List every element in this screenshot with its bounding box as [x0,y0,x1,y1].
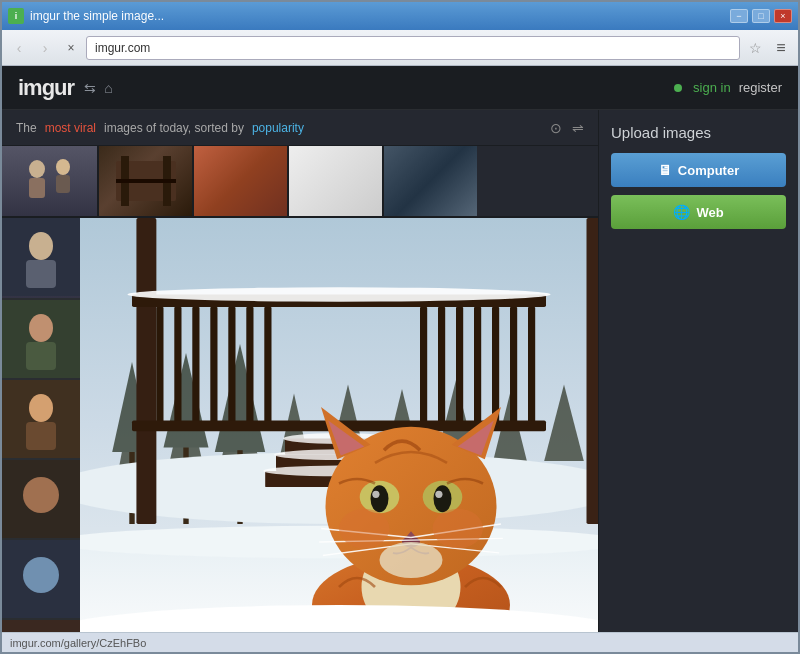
svg-rect-49 [228,307,235,424]
svg-point-0 [29,160,45,178]
main-area: The most viral images of today, sorted b… [2,110,798,632]
svg-point-89 [339,509,389,549]
gallery-panel: The most viral images of today, sorted b… [2,110,598,632]
upload-title: Upload images [611,124,786,141]
svg-point-2 [56,159,70,175]
browser-menu-button[interactable]: ≡ [770,37,792,59]
side-thumb-2[interactable] [2,298,80,378]
address-bar[interactable]: imgur.com [86,36,740,60]
upload-web-button[interactable]: 🌐 Web [611,195,786,229]
minimize-button[interactable]: − [730,9,748,23]
viral-link[interactable]: most viral [45,121,96,135]
gallery-prefix: The [16,121,37,135]
maximize-button[interactable]: □ [752,9,770,23]
status-bar: imgur.com/gallery/CzEhFBo [2,632,798,652]
upload-web-label: Web [696,205,723,220]
imgur-header: imgur ⇆ ⌂ sign in register [2,66,798,110]
svg-point-9 [29,232,53,260]
main-image-container [2,218,598,632]
forward-button[interactable]: › [34,37,56,59]
svg-point-90 [433,509,483,549]
imgur-logo: imgur [18,75,74,101]
thumb-5[interactable] [382,146,477,216]
svg-point-77 [372,491,379,498]
online-indicator [674,84,682,92]
window-controls: − □ × [730,9,792,23]
svg-rect-41 [137,218,157,524]
svg-point-79 [434,485,452,512]
gallery-bar-icons: ⊙ ⇌ [550,120,584,136]
svg-rect-58 [528,307,535,424]
page-content: imgur ⇆ ⌂ sign in register The most vira… [2,66,798,632]
svg-point-44 [128,287,551,301]
nav-bar: ‹ › × imgur.com ☆ ≡ [2,30,798,66]
register-link[interactable]: register [739,80,782,95]
svg-point-15 [29,394,53,422]
svg-rect-1 [29,178,45,198]
bookmark-star[interactable]: ☆ [744,37,766,59]
svg-rect-21 [2,620,80,632]
computer-icon: 🖥 [658,162,672,178]
svg-rect-51 [264,307,271,424]
svg-rect-57 [510,307,517,424]
window-title: imgur the simple image... [30,9,730,23]
close-button[interactable]: × [774,9,792,23]
header-right: sign in register [674,80,782,95]
svg-rect-7 [116,179,176,183]
thumb-4[interactable] [287,146,382,216]
status-url: imgur.com/gallery/CzEhFBo [10,637,146,649]
side-thumbnails [2,218,80,632]
svg-rect-46 [174,307,181,424]
svg-rect-45 [156,307,163,424]
svg-point-18 [23,477,59,513]
gallery-bar: The most viral images of today, sorted b… [2,110,598,146]
web-icon: 🌐 [673,204,690,220]
reload-stop-button[interactable]: × [60,37,82,59]
svg-rect-10 [26,260,56,288]
svg-point-12 [29,314,53,342]
signin-link[interactable]: sign in [693,80,731,95]
title-bar: i imgur the simple image... − □ × [2,2,798,30]
main-cat-image [80,218,598,632]
upload-computer-label: Computer [678,163,739,178]
thumb-2[interactable] [97,146,192,216]
imgur-header-icons: ⇆ ⌂ [84,80,112,96]
svg-rect-48 [210,307,217,424]
gallery-middle: images of today, sorted by [104,121,244,135]
back-button[interactable]: ‹ [8,37,30,59]
svg-rect-54 [456,307,463,424]
svg-point-91 [380,542,443,578]
svg-rect-50 [246,307,253,424]
upload-panel: Upload images 🖥 Computer 🌐 Web [598,110,798,632]
popularity-link[interactable]: popularity [252,121,304,135]
svg-rect-13 [26,342,56,370]
sort-icon[interactable]: ⇌ [572,120,584,136]
address-text: imgur.com [95,41,150,55]
thumb-1[interactable] [2,146,97,216]
svg-rect-52 [420,307,427,424]
side-thumb-6[interactable] [2,618,80,632]
side-thumb-4[interactable] [2,458,80,538]
browser-window: i imgur the simple image... − □ × ‹ › × … [0,0,800,654]
svg-point-20 [23,557,59,593]
svg-point-80 [435,491,442,498]
shuffle-icon[interactable]: ⇆ [84,80,96,96]
favicon: i [8,8,24,24]
svg-rect-53 [438,307,445,424]
thumb-3[interactable] [192,146,287,216]
info-icon[interactable]: ⊙ [550,120,562,136]
svg-rect-56 [492,307,499,424]
svg-rect-16 [26,422,56,450]
home-icon[interactable]: ⌂ [104,80,112,96]
svg-rect-55 [474,307,481,424]
svg-rect-47 [192,307,199,424]
svg-rect-42 [587,218,599,524]
svg-rect-3 [56,175,70,193]
upload-buttons: 🖥 Computer 🌐 Web [611,153,786,229]
upload-computer-button[interactable]: 🖥 Computer [611,153,786,187]
side-thumb-5[interactable] [2,538,80,618]
side-thumb-1[interactable] [2,218,80,298]
side-thumb-3[interactable] [2,378,80,458]
thumbnail-strip [2,146,598,218]
svg-point-76 [371,485,389,512]
